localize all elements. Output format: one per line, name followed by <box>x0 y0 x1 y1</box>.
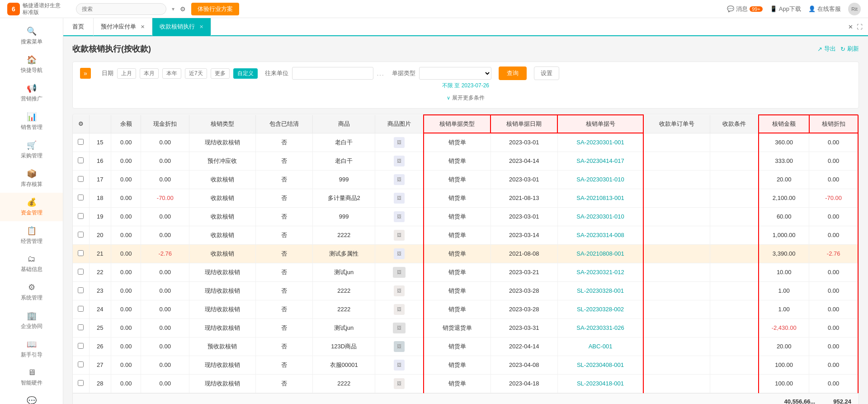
row-checkbox[interactable] <box>78 176 84 182</box>
row-checkbox[interactable] <box>78 306 84 312</box>
row-checkbox[interactable] <box>78 232 84 238</box>
cell-voucher-no[interactable]: SA-20230414-017 <box>557 152 643 170</box>
user-profile[interactable]: Rit <box>848 3 861 15</box>
cell-voucher-no[interactable]: ABC-001 <box>557 337 643 356</box>
tab-expand-icon[interactable]: ⛶ <box>857 24 863 30</box>
row-checkbox[interactable] <box>78 195 84 200</box>
this-year-btn[interactable]: 本年 <box>162 68 181 79</box>
cell-checkbox[interactable] <box>73 207 89 226</box>
sidebar-item-purchase[interactable]: 🛒 采购管理 <box>0 136 63 164</box>
this-month-btn[interactable]: 本月 <box>140 68 159 79</box>
row-checkbox[interactable] <box>78 287 84 293</box>
tab-receipt[interactable]: 收款核销执行 ✕ <box>152 18 211 36</box>
voucher-no-link[interactable]: SA-20230331-026 <box>576 324 624 331</box>
sidebar-item-sales[interactable]: 📊 销售管理 <box>0 107 63 136</box>
voucher-no-link[interactable]: SA-20230301-010 <box>576 213 624 220</box>
voucher-no-link[interactable]: SL-20230328-001 <box>577 287 624 294</box>
tab-receipt-close-icon[interactable]: ✕ <box>199 24 203 30</box>
more-date-btn[interactable]: 更多 <box>211 68 230 79</box>
last7-btn[interactable]: 近7天 <box>185 68 207 79</box>
search-dropdown-icon[interactable]: ▾ <box>172 6 175 12</box>
cell-checkbox[interactable] <box>73 281 89 300</box>
row-checkbox[interactable] <box>78 213 84 219</box>
row-checkbox[interactable] <box>78 157 84 163</box>
col-header-settings[interactable]: ⚙ <box>73 115 89 133</box>
voucher-no-link[interactable]: ABC-001 <box>589 343 613 350</box>
filter-expand-toggle[interactable]: » <box>80 68 91 79</box>
sidebar-item-nav[interactable]: 🏠 快捷导航 <box>0 50 63 79</box>
sidebar-item-wechat[interactable]: 💬 企业微信 <box>0 391 63 404</box>
sidebar-item-capital[interactable]: 💰 资金管理 <box>0 193 63 221</box>
sidebar-item-inventory[interactable]: 📦 库存核算 <box>0 164 63 193</box>
cell-voucher-no[interactable]: SA-20230331-026 <box>557 318 643 337</box>
row-checkbox[interactable] <box>78 139 84 145</box>
row-checkbox[interactable] <box>78 380 84 386</box>
voucher-type-select[interactable] <box>419 67 491 80</box>
partner-input[interactable] <box>292 67 373 80</box>
cell-voucher-no[interactable]: SL-20230328-001 <box>557 281 643 300</box>
cell-checkbox[interactable] <box>73 263 89 281</box>
export-button[interactable]: ↗ 导出 <box>817 45 836 53</box>
sidebar-item-guide[interactable]: 📖 新手引导 <box>0 335 63 363</box>
cell-checkbox[interactable] <box>73 189 89 207</box>
message-button[interactable]: 💬 消息 99+ <box>727 5 763 13</box>
row-checkbox[interactable] <box>78 343 84 349</box>
voucher-no-link[interactable]: SA-20210808-001 <box>576 250 624 257</box>
cell-voucher-no[interactable]: SA-20230301-010 <box>557 207 643 226</box>
cell-voucher-no[interactable]: SA-20210808-001 <box>557 244 643 263</box>
filter-settings-button[interactable]: 设置 <box>534 67 559 80</box>
cell-voucher-no[interactable]: SA-20230314-008 <box>557 226 643 244</box>
tab-prepay[interactable]: 预付冲应付单 ✕ <box>94 18 152 36</box>
cell-voucher-no[interactable]: SA-20230321-012 <box>557 263 643 281</box>
col-settings-icon[interactable]: ⚙ <box>78 120 84 127</box>
sidebar-item-enterprise[interactable]: 🏢 企业协同 <box>0 306 63 335</box>
row-checkbox[interactable] <box>78 250 84 256</box>
cell-checkbox[interactable] <box>73 356 89 374</box>
voucher-no-link[interactable]: SA-20230301-010 <box>576 176 624 183</box>
voucher-no-link[interactable]: SA-20210813-001 <box>576 195 624 201</box>
sidebar-item-hardware[interactable]: 🖥 智能硬件 <box>0 363 63 391</box>
industry-solution-button[interactable]: 体验行业方案 <box>191 3 239 15</box>
settings-icon[interactable]: ⚙ <box>180 5 186 13</box>
voucher-no-link[interactable]: SA-20230314-008 <box>576 232 624 238</box>
cell-voucher-no[interactable]: SL-20230408-001 <box>557 356 643 374</box>
tab-close-all-icon[interactable]: ✕ <box>848 24 853 30</box>
query-button[interactable]: 查询 <box>499 67 527 80</box>
sidebar-item-search[interactable]: 🔍 搜索菜单 <box>0 22 63 50</box>
cell-voucher-no[interactable]: SL-20230418-001 <box>557 374 643 393</box>
sidebar-item-operation[interactable]: 📋 经营管理 <box>0 221 63 250</box>
row-checkbox[interactable] <box>78 324 84 330</box>
cell-checkbox[interactable] <box>73 152 89 170</box>
row-checkbox[interactable] <box>78 269 84 275</box>
cell-checkbox[interactable] <box>73 337 89 356</box>
cell-checkbox[interactable] <box>73 300 89 318</box>
voucher-no-link[interactable]: SL-20230328-002 <box>577 306 624 313</box>
tab-prepay-close-icon[interactable]: ✕ <box>141 24 145 30</box>
cell-checkbox[interactable] <box>73 133 89 152</box>
cell-voucher-no[interactable]: SL-20230328-002 <box>557 300 643 318</box>
app-download-button[interactable]: 📱 App下载 <box>770 5 801 13</box>
row-checkbox[interactable] <box>78 361 84 367</box>
cell-voucher-no[interactable]: SA-20230301-001 <box>557 133 643 152</box>
voucher-no-link[interactable]: SL-20230408-001 <box>577 361 624 368</box>
voucher-no-link[interactable]: SL-20230418-001 <box>577 380 624 387</box>
cell-voucher-no[interactable]: SA-20210813-001 <box>557 189 643 207</box>
voucher-no-link[interactable]: SA-20230321-012 <box>576 269 624 276</box>
cell-checkbox[interactable] <box>73 170 89 189</box>
top-search-input[interactable] <box>82 6 160 12</box>
online-service-button[interactable]: 👤 在线客服 <box>808 5 841 13</box>
expand-more-button[interactable]: ∨ 展开更多条件 <box>447 92 485 104</box>
refresh-button[interactable]: ↻ 刷新 <box>840 45 859 53</box>
cell-checkbox[interactable] <box>73 374 89 393</box>
last-month-btn[interactable]: 上月 <box>117 68 136 79</box>
sidebar-item-basic[interactable]: 🗂 基础信息 <box>0 250 63 278</box>
cell-voucher-no[interactable]: SA-20230301-010 <box>557 170 643 189</box>
cell-checkbox[interactable] <box>73 244 89 263</box>
tab-home[interactable]: 首页 <box>63 18 94 36</box>
custom-date-btn[interactable]: 自定义 <box>233 68 258 79</box>
voucher-no-link[interactable]: SA-20230414-017 <box>576 157 624 164</box>
top-search-box[interactable] <box>76 3 166 15</box>
cell-checkbox[interactable] <box>73 226 89 244</box>
cell-checkbox[interactable] <box>73 318 89 337</box>
sidebar-item-system[interactable]: ⚙ 系统管理 <box>0 278 63 306</box>
